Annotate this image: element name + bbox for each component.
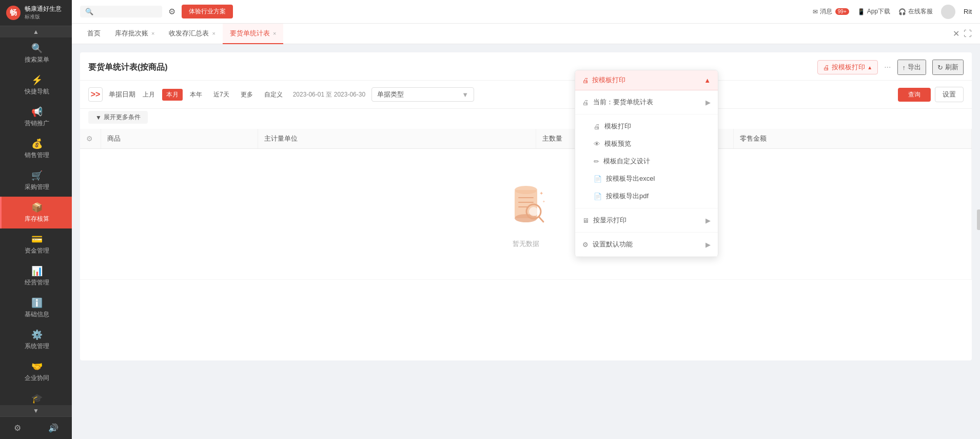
sidebar-nav: 🔍 搜索菜单 ⚡ 快捷导航 📢 营销推广 💰 销售管理 🛒 采购管理 📦 库存核… xyxy=(0,37,72,405)
empty-illustration: ✦ ✦ xyxy=(500,180,552,231)
date-btn-year[interactable]: 本年 xyxy=(186,89,206,101)
tab-receipt-summary-close[interactable]: × xyxy=(212,30,215,36)
sidebar-item-system[interactable]: ⚙️ 系统管理 xyxy=(0,324,72,356)
dropdown-item-template-custom[interactable]: ✏ 模板自定义设计 xyxy=(575,152,718,170)
chevron-right-icon: ▶ xyxy=(705,99,711,106)
right-resize-handle[interactable] xyxy=(977,209,980,230)
app-download-icon: 📱 xyxy=(857,8,865,15)
export-button[interactable]: ↑ 导出 xyxy=(897,60,927,75)
date-btn-prev[interactable]: 上月 xyxy=(139,89,159,101)
export-pdf-icon: 📄 xyxy=(594,193,602,200)
tab-receipt-summary[interactable]: 收发存汇总表 × xyxy=(162,24,222,44)
empty-text: 暂无数据 xyxy=(513,239,539,249)
page-card: 要货单统计表(按商品) 🖨 按模板打印 ▲ ··· ↑ 导出 ↻ 刷新 xyxy=(80,52,972,360)
print-template-button[interactable]: 🖨 按模板打印 ▲ xyxy=(817,60,878,74)
refresh-icon: ↻ xyxy=(937,64,943,71)
online-service-action[interactable]: 🎧 在线客服 xyxy=(898,7,933,16)
app-download-action[interactable]: 📱 App下载 xyxy=(857,7,890,16)
sidebar: 畅 畅康通好生意 标准版 ▲ 🔍 搜索菜单 ⚡ 快捷导航 📢 营销推广 💰 销售… xyxy=(0,0,72,439)
speaker-bottom-btn[interactable]: 🔊 xyxy=(44,421,63,435)
doc-type-select[interactable]: 单据类型 ▼ xyxy=(371,87,474,102)
settings-button[interactable]: 设置 xyxy=(935,87,964,102)
message-action[interactable]: ✉ 消息 99+ xyxy=(813,7,849,16)
sidebar-item-sales[interactable]: 💰 销售管理 xyxy=(0,133,72,165)
dropdown-set-default[interactable]: ⚙ 设置默认功能 ▶ xyxy=(575,236,718,253)
dropdown-set-default-section: ⚙ 设置默认功能 ▶ xyxy=(575,233,718,257)
sidebar-item-newbie[interactable]: 🎓 新手引导 xyxy=(0,388,72,405)
date-btn-more[interactable]: 更多 xyxy=(237,89,257,101)
refresh-button[interactable]: ↻ 刷新 xyxy=(932,60,964,75)
tab-inventory-batch-label: 库存批次账 xyxy=(115,29,148,38)
sidebar-item-basic-info[interactable]: ℹ️ 基础信息 xyxy=(0,292,72,324)
print-icon: 🖨 xyxy=(823,64,830,71)
date-btn-custom[interactable]: 自定义 xyxy=(260,89,287,101)
date-range-display: 2023-06-01 至 2023-06-30 xyxy=(293,90,365,99)
svg-line-8 xyxy=(539,217,543,222)
topbar-search-input[interactable] xyxy=(96,8,148,15)
sidebar-item-label: 经营管理 xyxy=(25,278,49,287)
sidebar-scroll-down[interactable]: ▼ xyxy=(0,405,72,416)
dropdown-display-print[interactable]: 🖥 按显示打印 ▶ xyxy=(575,212,718,229)
trial-button[interactable]: 体验行业方案 xyxy=(182,5,233,18)
filter-bar: >> 单据日期 上月 本月 本年 近7天 更多 自定义 2023-06-01 至… xyxy=(80,81,972,109)
table-settings-icon[interactable]: ⚙ xyxy=(86,135,93,143)
dropdown-item-export-excel[interactable]: 📄 按模板导出excel xyxy=(575,170,718,187)
sidebar-item-operations[interactable]: 📊 经营管理 xyxy=(0,260,72,292)
topbar: 🔍 ⚙ 体验行业方案 ✉ 消息 99+ 📱 App下载 🎧 在线客服 Rit xyxy=(72,0,980,24)
topbar-search-box[interactable]: 🔍 xyxy=(80,6,162,17)
tab-home-label: 首页 xyxy=(87,29,101,38)
filter-expand-icon-btn[interactable]: >> xyxy=(88,87,103,102)
search-icon: 🔍 xyxy=(31,43,43,54)
username-display: Rit xyxy=(964,8,972,15)
display-print-icon: 🖥 xyxy=(582,217,589,224)
user-avatar[interactable] xyxy=(941,5,955,19)
dropdown-item-export-pdf[interactable]: 📄 按模板导出pdf xyxy=(575,187,718,205)
date-btn-7days[interactable]: 近7天 xyxy=(209,89,233,101)
more-options-icon[interactable]: ··· xyxy=(884,63,891,72)
sales-icon: 💰 xyxy=(31,138,43,149)
sidebar-item-quick-nav[interactable]: ⚡ 快捷导航 xyxy=(0,69,72,101)
tab-maximize-btn[interactable]: ⛶ xyxy=(964,29,972,39)
dropdown-header: 🖨 按模板打印 ▲ xyxy=(575,70,718,90)
sidebar-item-label: 快捷导航 xyxy=(25,87,49,96)
date-btn-current[interactable]: 本月 xyxy=(162,89,183,101)
sidebar-item-cooperation[interactable]: 🤝 企业协同 xyxy=(0,356,72,388)
page-header: 要货单统计表(按商品) 🖨 按模板打印 ▲ ··· ↑ 导出 ↻ 刷新 xyxy=(80,52,972,81)
message-icon: ✉ xyxy=(813,8,818,15)
sidebar-item-label: 搜索菜单 xyxy=(25,55,49,64)
sidebar-item-inventory[interactable]: 📦 库存核算 xyxy=(0,197,72,228)
dropdown-current-template[interactable]: 🖨 当前：要货单统计表 ▶ xyxy=(575,93,718,111)
sidebar-item-label: 基础信息 xyxy=(25,310,49,319)
query-button[interactable]: 查询 xyxy=(898,88,931,102)
sidebar-item-marketing[interactable]: 📢 营销推广 xyxy=(0,101,72,133)
tab-inventory-batch-close[interactable]: × xyxy=(151,30,154,36)
chevron-down-icon: ▼ xyxy=(95,114,102,121)
purchase-icon: 🛒 xyxy=(31,170,43,181)
dropdown-collapse-icon[interactable]: ▲ xyxy=(704,77,711,84)
logo-icon: 畅 xyxy=(6,6,21,20)
date-label: 单据日期 xyxy=(109,90,135,99)
sidebar-item-purchase[interactable]: 🛒 采购管理 xyxy=(0,165,72,197)
dropdown-item-template-preview[interactable]: 👁 模板预览 xyxy=(575,135,718,152)
logo-text: 畅康通好生意 标准版 xyxy=(25,5,62,21)
expand-more-button[interactable]: ▼ 展开更多条件 xyxy=(88,111,148,124)
tab-close-all-btn[interactable]: ✕ xyxy=(953,29,959,39)
sidebar-item-finance[interactable]: 💳 资金管理 xyxy=(0,228,72,260)
tab-home[interactable]: 首页 xyxy=(80,24,108,44)
settings-bottom-btn[interactable]: ⚙ xyxy=(10,421,25,435)
tab-inventory-batch[interactable]: 库存批次账 × xyxy=(108,24,162,44)
newbie-icon: 🎓 xyxy=(31,393,43,404)
col-unit: 主计量单位 xyxy=(258,129,536,149)
dropdown-item-template-print[interactable]: 🖨 模板打印 xyxy=(575,118,718,135)
tab-order-stats[interactable]: 要货单统计表 × xyxy=(223,24,283,44)
export-excel-icon: 📄 xyxy=(594,175,602,183)
page-title: 要货单统计表(按商品) xyxy=(88,62,168,73)
finance-icon: 💳 xyxy=(31,234,43,245)
sidebar-item-label: 销售管理 xyxy=(25,151,49,160)
topbar-gear-icon[interactable]: ⚙ xyxy=(168,7,175,16)
tab-receipt-summary-label: 收发存汇总表 xyxy=(169,29,209,38)
sidebar-scroll-up[interactable]: ▲ xyxy=(0,26,72,37)
doc-type-label: 单据类型 xyxy=(377,90,404,99)
tab-order-stats-close[interactable]: × xyxy=(273,30,276,36)
sidebar-item-search[interactable]: 🔍 搜索菜单 xyxy=(0,37,72,69)
